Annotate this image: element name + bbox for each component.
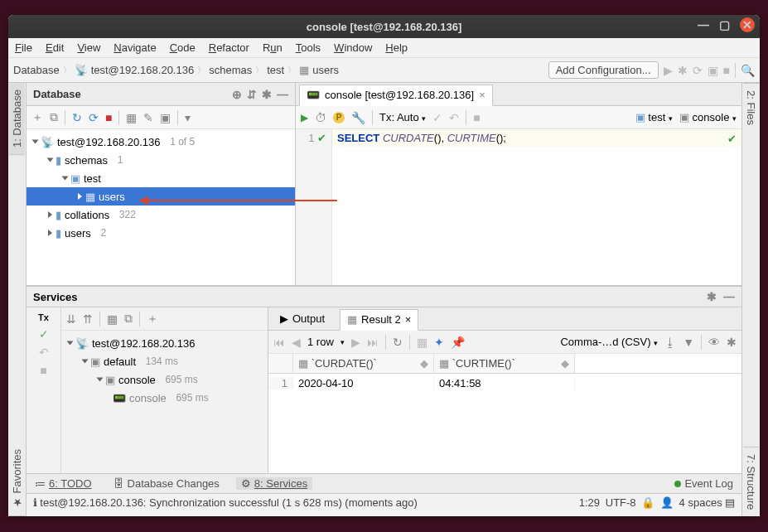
svc-console-query[interactable]: 📟 console 695 ms <box>61 389 268 407</box>
svc-stop-icon[interactable]: ■ <box>40 364 46 377</box>
run-button[interactable]: ▶ <box>664 64 673 77</box>
tree-table-users-selected[interactable]: ▦ users <box>27 187 295 206</box>
reload-icon[interactable]: ↻ <box>393 336 403 349</box>
more-icon[interactable]: ▤ <box>725 496 735 509</box>
explain-plan-icon[interactable]: P <box>333 112 345 123</box>
menu-code[interactable]: Code <box>170 41 196 54</box>
services-tree[interactable]: 📡 test@192.168.20.136 ▣ default 134 ms ▣… <box>61 331 268 473</box>
tx-button[interactable]: Tx <box>38 312 49 322</box>
layout-icon[interactable]: ⧉ <box>124 312 133 326</box>
svc-default[interactable]: default <box>104 355 136 368</box>
add-icon[interactable]: ＋ <box>31 110 43 125</box>
execute-button[interactable]: ▶ <box>301 112 308 123</box>
indent-info[interactable]: 4 spaces <box>679 496 722 509</box>
rollback-icon[interactable]: ↶ <box>449 111 459 124</box>
lock-icon[interactable]: 🔒 <box>641 496 654 509</box>
settings-wrench-icon[interactable]: 🔧 <box>351 111 365 124</box>
search-everywhere-icon[interactable]: 🔍 <box>741 64 755 77</box>
result-settings-icon[interactable]: ✱ <box>727 336 737 349</box>
close-button[interactable]: ✕ <box>740 17 755 32</box>
svc-rollback-icon[interactable]: ↶ <box>39 346 49 359</box>
svc-datasource[interactable]: test@192.168.20.136 <box>92 337 196 350</box>
col-curtime[interactable]: `CURTIME()` <box>452 357 515 370</box>
menu-window[interactable]: Window <box>334 41 372 54</box>
pin-icon[interactable]: 📌 <box>451 336 465 349</box>
todo-tab[interactable]: ≔ 6: TODO <box>30 477 97 490</box>
services-hide-icon[interactable]: — <box>723 290 735 303</box>
menu-file[interactable]: File <box>15 41 32 54</box>
menu-run[interactable]: Run <box>263 41 283 54</box>
duplicate-icon[interactable]: ⧉ <box>50 110 58 124</box>
menu-help[interactable]: Help <box>385 41 408 54</box>
filter-toggle-icon[interactable]: ▾ <box>185 111 191 124</box>
view-icon[interactable]: ▣ <box>160 111 171 124</box>
services-tab[interactable]: ⚙ 8: Services <box>236 477 312 490</box>
next-page-icon[interactable]: ▶ <box>351 336 360 349</box>
cancel-query-icon[interactable]: ■ <box>473 111 480 124</box>
tool-tab-structure[interactable]: 7: Structure <box>743 447 759 516</box>
menu-refactor[interactable]: Refactor <box>209 41 249 54</box>
tx-mode-combo[interactable]: Tx: Auto ▾ <box>379 111 426 123</box>
tool-tab-favorites[interactable]: ★ Favorites <box>9 443 25 516</box>
minimize-button[interactable]: — <box>698 18 709 31</box>
database-changes-tab[interactable]: 🗄 Database Changes <box>109 477 225 490</box>
console-combo[interactable]: ▣ console ▾ <box>679 111 737 123</box>
hide-panel-icon[interactable]: — <box>277 88 288 101</box>
new-datasource-icon[interactable]: ⊕ <box>232 88 242 101</box>
dump-icon[interactable]: ▼ <box>683 336 694 349</box>
services-settings-icon[interactable]: ✱ <box>707 290 717 303</box>
transpose-icon[interactable]: ✦ <box>434 336 444 349</box>
refresh-icon[interactable]: ↻ <box>72 111 82 124</box>
tree-schema-test[interactable]: test <box>84 172 101 185</box>
svc-console-group[interactable]: console <box>118 374 156 386</box>
svc-commit-icon[interactable]: ✓ <box>39 327 49 341</box>
download-icon[interactable]: ⭳ <box>664 336 676 349</box>
menu-tools[interactable]: Tools <box>296 41 321 54</box>
result-tab[interactable]: ▦ Result 2 × <box>340 309 418 331</box>
sql-editor-area[interactable]: 1 ✔ SELECT CURDATE(), CURTIME(); ✔ <box>296 129 741 285</box>
editor-tab-console[interactable]: 📟 console [test@192.168.20.136] × <box>299 85 493 106</box>
tool-tab-database[interactable]: 1: Database <box>9 83 25 155</box>
stop-icon[interactable]: ■ <box>105 111 112 124</box>
tree-schemas[interactable]: schemas <box>65 154 108 167</box>
crumb-database[interactable]: Database <box>13 64 60 76</box>
prev-page-icon[interactable]: ◀ <box>292 336 301 349</box>
crumb-connection[interactable]: 📡 test@192.168.20.136 <box>75 64 195 76</box>
menu-edit[interactable]: Edit <box>46 41 64 54</box>
filter-icon[interactable]: ⇵ <box>247 88 257 101</box>
schema-combo[interactable]: ▣ test ▾ <box>635 111 673 123</box>
close-result-icon[interactable]: × <box>405 313 412 326</box>
group-icon[interactable]: ▦ <box>107 312 118 326</box>
view-mode-icon[interactable]: 👁 <box>708 336 720 349</box>
settings-icon[interactable]: ✱ <box>262 88 272 101</box>
cell-curdate[interactable]: 2020-04-10 <box>293 377 434 389</box>
collapse-all-icon[interactable]: ⇈ <box>83 312 93 326</box>
run-config-combo[interactable]: Add Configuration... <box>548 61 659 79</box>
maximize-button[interactable]: ▢ <box>719 18 730 31</box>
first-page-icon[interactable]: ⏮ <box>273 336 285 349</box>
svc-add-icon[interactable]: ＋ <box>147 312 158 326</box>
sync-icon[interactable]: ⟳ <box>89 111 99 124</box>
tree-collations[interactable]: collations <box>65 209 109 221</box>
profile-button[interactable]: ▣ <box>708 64 718 77</box>
export-format-combo[interactable]: Comma-…d (CSV) ▾ <box>560 336 658 348</box>
close-tab-icon[interactable]: × <box>479 89 485 101</box>
add-row-icon[interactable]: ▦ <box>417 336 427 349</box>
tree-users[interactable]: users <box>65 227 91 239</box>
database-tree[interactable]: 📡 test@192.168.20.136 1 of 5 ▮ schemas 1… <box>27 129 295 285</box>
cell-curtime[interactable]: 04:41:58 <box>434 377 575 389</box>
output-tab[interactable]: ▶ Output <box>273 308 331 330</box>
event-log-tab[interactable]: Event Log <box>669 477 738 490</box>
menu-view[interactable]: View <box>77 41 100 54</box>
menu-navigate[interactable]: Navigate <box>114 41 156 54</box>
crumb-table[interactable]: ▦ users <box>299 64 339 76</box>
expand-all-icon[interactable]: ⇊ <box>66 312 76 326</box>
commit-icon[interactable]: ✓ <box>432 111 442 124</box>
edit-icon[interactable]: ✎ <box>143 111 153 124</box>
encoding[interactable]: UTF-8 <box>606 496 636 509</box>
last-page-icon[interactable]: ⏭ <box>367 336 379 349</box>
history-icon[interactable]: ⏱ <box>315 111 326 124</box>
tree-datasource[interactable]: test@192.168.20.136 <box>57 136 161 148</box>
crumb-schemas[interactable]: schemas <box>209 64 252 76</box>
tool-tab-files[interactable]: 2: Files <box>743 83 759 132</box>
